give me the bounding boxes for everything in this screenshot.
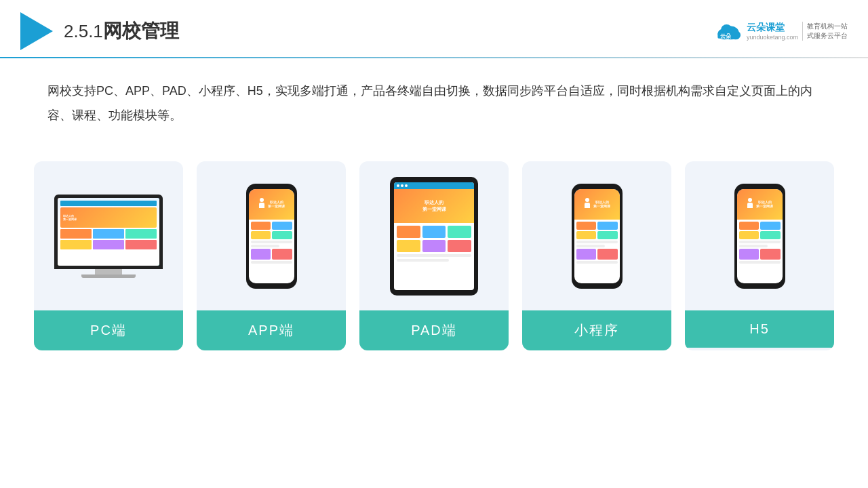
cloud-icon: 云朵 (714, 22, 743, 41)
card-h5-label: H5 (685, 310, 834, 348)
page-title-text: 网校管理 (103, 20, 179, 41)
card-miniprogram-image: 职达人的第一堂网课 (522, 161, 671, 310)
pc-stand (95, 269, 122, 274)
phone-screen-app: 职达人的第一堂网课 (249, 189, 294, 283)
card-app-label: APP端 (197, 310, 346, 350)
pc-screen-outer: 职达人的第一堂网课 (54, 195, 163, 269)
brand-logo: 云朵 云朵课堂 yunduoketang.com 教育机构一站式服务云平台 (714, 22, 848, 41)
description-text: 网校支持PC、APP、PAD、小程序、H5，实现多端打通，产品各终端自由切换，数… (0, 58, 868, 141)
phone-notch-h5 (751, 184, 768, 188)
phone-mockup-h5: 职达人的第一堂网课 (734, 184, 785, 289)
card-pc-image: 职达人的第一堂网课 (34, 161, 183, 310)
phone-mockup-app: 职达人的第一堂网课 (246, 184, 297, 289)
svg-text:云朵: 云朵 (720, 33, 732, 39)
card-app: 职达人的第一堂网课 (197, 161, 346, 350)
pc-mockup: 职达人的第一堂网课 (54, 195, 163, 278)
tablet-screen: 职达人的第一堂网课 (394, 182, 474, 290)
tablet-mockup: 职达人的第一堂网课 (390, 177, 478, 296)
logo-triangle-icon (20, 12, 53, 50)
page-title-prefix: 2.5.1 (64, 21, 103, 41)
brand-name: 云朵课堂 yunduoketang.com (747, 22, 798, 41)
phone-notch (263, 184, 280, 188)
phone-screen-mini: 职达人的第一堂网课 (574, 189, 620, 283)
card-pc: 职达人的第一堂网课 (34, 161, 183, 350)
header: 2.5.1网校管理 云朵 云朵课堂 yunduoketang.com 教育机构一… (0, 0, 868, 50)
brand-tagline: 教育机构一站式服务云平台 (802, 22, 848, 41)
pc-screen-inner: 职达人的第一堂网课 (58, 198, 159, 266)
card-app-image: 职达人的第一堂网课 (197, 161, 346, 310)
pc-base (81, 274, 136, 278)
card-h5-image: 职达人的第一堂网课 (685, 161, 834, 310)
card-pad-image: 职达人的第一堂网课 (359, 161, 509, 310)
header-left: 2.5.1网校管理 (20, 12, 179, 50)
cards-section: 职达人的第一堂网课 (0, 148, 868, 364)
card-miniprogram: 职达人的第一堂网课 (522, 161, 671, 350)
brand-area: 云朵 云朵课堂 yunduoketang.com 教育机构一站式服务云平台 (714, 22, 848, 41)
card-pc-label: PC端 (34, 310, 183, 350)
phone-mockup-mini: 职达人的第一堂网课 (572, 184, 623, 289)
page-title: 2.5.1网校管理 (64, 18, 179, 44)
card-miniprogram-label: 小程序 (522, 310, 671, 350)
card-h5: 职达人的第一堂网课 (685, 161, 834, 350)
phone-screen-h5: 职达人的第一堂网课 (737, 189, 783, 283)
card-pad-label: PAD端 (359, 310, 509, 350)
card-pad: 职达人的第一堂网课 (359, 161, 509, 350)
phone-notch-mini (589, 184, 606, 188)
